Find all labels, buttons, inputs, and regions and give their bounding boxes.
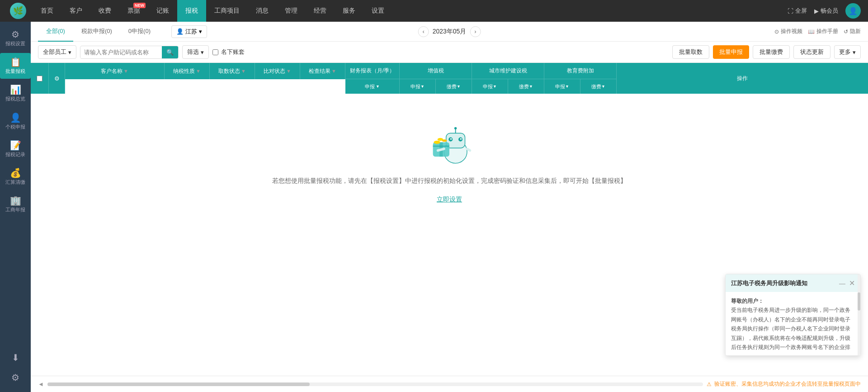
batch-declare-btn[interactable]: 批量申报 — [713, 45, 749, 59]
th-vat-declare: 申报 ▼ — [400, 79, 436, 94]
select-all-checkbox[interactable] — [37, 76, 42, 81]
filter-icon[interactable]: ▼ — [331, 68, 336, 74]
tax-settings-icon: ⚙ — [11, 30, 19, 39]
sidebar-item-settings[interactable]: ⚙ — [0, 368, 31, 387]
sidebar-label-annual-report: 工商年报 — [5, 207, 25, 213]
notif-scrollbar-thumb — [858, 292, 860, 311]
nav-home[interactable]: 首页 — [33, 0, 61, 22]
tab-all[interactable]: 全部(0) — [38, 22, 73, 42]
warning-icon: ⚠ — [707, 381, 712, 387]
setup-link[interactable]: 立即设置 — [437, 196, 462, 204]
notif-minimize-btn[interactable]: — — [839, 280, 845, 287]
employee-select[interactable]: 全部员工 ▾ — [38, 45, 76, 59]
sidebar-item-batch-tax[interactable]: 📋 批量报税 — [0, 53, 31, 79]
nav-business[interactable]: 工商项目 — [206, 0, 248, 22]
settings-icon: ⚙ — [11, 373, 19, 382]
search-button[interactable]: 🔍 — [162, 46, 178, 58]
sidebar-label-settlement: 汇算清缴 — [5, 179, 25, 185]
notif-scrollbar[interactable] — [858, 274, 860, 355]
search-input[interactable] — [80, 47, 162, 58]
nav-manage[interactable]: 管理 — [277, 0, 306, 22]
svg-line-14 — [438, 149, 444, 151]
avatar[interactable]: 👤 — [845, 3, 861, 19]
chevron-down-icon: ▾ — [201, 49, 204, 56]
sidebar-label-tax-record: 报税记录 — [5, 152, 25, 158]
nav-invoice[interactable]: 票据 NEW — [119, 0, 148, 22]
sidebar-label-tax-settings: 报税设置 — [5, 41, 25, 47]
nav-service[interactable]: 服务 — [335, 0, 363, 22]
th-vat: 增值税 — [400, 63, 472, 79]
sidebar: ⚙ 报税设置 📋 批量报税 📊 报税总览 👤 个税申报 📝 报税记录 💰 汇算清… — [0, 22, 31, 392]
empty-message: 若您想使用批量报税功能，请先在【报税设置】中进行报税的初始化设置，完成密码验证和… — [272, 175, 627, 186]
filter-icon[interactable]: ▼ — [241, 68, 246, 74]
video-link[interactable]: ⊙ 操作视频 — [774, 28, 802, 35]
sidebar-item-tax-record[interactable]: 📝 报税记录 — [0, 136, 31, 162]
fullscreen-btn[interactable]: ⛶ 全屏 — [788, 7, 807, 15]
nav-tax[interactable]: 报税 — [177, 0, 206, 22]
action-bar-right: 批量取数 批量申报 批量缴费 状态更新 更多 ▾ — [672, 45, 861, 59]
download-icon: ⬇ — [12, 353, 19, 362]
batch-pay-btn[interactable]: 批量缴费 — [753, 45, 790, 59]
logo: 🌿 — [7, 0, 29, 22]
action-bar: 全部员工 ▾ 🔍 筛选 ▾ 名下账套 批量取数 批量申报 批量缴费 状态更新 — [31, 42, 868, 63]
prev-month-btn[interactable]: ‹ — [418, 26, 429, 37]
tabs-left: 全部(0) 税款申报(0) 0申报(0) 👤 江苏 ▾ — [38, 22, 212, 42]
nav-settings[interactable]: 设置 — [363, 0, 392, 22]
status-update-btn[interactable]: 状态更新 — [793, 45, 830, 59]
horizontal-scrollbar[interactable] — [47, 382, 703, 386]
bottom-bar: ◄ ⚠ 验证账密、采集信息均成功的企业才会流转至批量报税页面中 — [31, 376, 868, 392]
nav-items: 首页 客户 收费 票据 NEW 记账 报税 工商项目 消息 管理 经营 服务 设… — [33, 0, 788, 22]
notif-body: 尊敬的用户： 受当前电子税务局进一步升级的影响，同一个政务网账号（办税人）名下的… — [726, 292, 860, 355]
sidebar-label-personal-tax: 个税申报 — [5, 124, 25, 130]
sidebar-item-tax-overview[interactable]: 📊 报税总览 — [0, 81, 31, 106]
nav-operate[interactable]: 经营 — [306, 0, 335, 22]
scroll-left-arrow[interactable]: ◄ — [38, 381, 44, 387]
nav-message[interactable]: 消息 — [248, 0, 277, 22]
filter-icon[interactable]: ▼ — [286, 68, 291, 74]
personal-tax-icon: 👤 — [10, 113, 21, 122]
batch-fetch-btn[interactable]: 批量取数 — [672, 45, 709, 59]
nav-client[interactable]: 客户 — [61, 0, 90, 22]
sub-account-checkbox[interactable]: 名下账套 — [212, 48, 245, 56]
th-fin-report: 财务报表（月/季） — [345, 63, 399, 79]
sidebar-bottom: ⬇ ⚙ — [0, 349, 31, 392]
th-tax-type: 纳税性质 ▼ — [165, 63, 210, 79]
th-edu-declare: 申报 ▼ — [544, 79, 580, 94]
sidebar-item-annual-report[interactable]: 🏢 工商年报 — [0, 191, 31, 217]
refresh-link[interactable]: ↺ 隐新 — [844, 28, 861, 35]
tab-zero-declare[interactable]: 0申报(0) — [120, 22, 159, 42]
sidebar-item-settlement[interactable]: 💰 汇算清缴 — [0, 164, 31, 190]
nav-bookkeeping[interactable]: 记账 — [148, 0, 177, 22]
sidebar-item-tax-settings[interactable]: ⚙ 报税设置 — [0, 25, 31, 51]
notif-close-btn[interactable]: ✕ — [849, 279, 855, 287]
batch-tax-icon: 📋 — [10, 57, 21, 67]
member-btn[interactable]: ▶ 畅会员 — [814, 7, 838, 15]
filter-icon[interactable]: ▼ — [196, 68, 201, 74]
person-icon: 👤 — [176, 28, 184, 35]
settings-gear-icon[interactable]: ⚙ — [54, 75, 60, 82]
next-month-btn[interactable]: › — [470, 26, 481, 37]
filter-icon[interactable]: ▼ — [123, 68, 128, 74]
svg-point-7 — [454, 127, 457, 129]
manual-link[interactable]: 📖 操作手册 — [808, 28, 838, 35]
notif-greeting: 尊敬的用户： — [731, 296, 855, 306]
svg-point-5 — [460, 138, 462, 140]
th-fetch-state: 取数状态 ▼ — [210, 63, 255, 79]
th-urban-declare: 申报 ▼ — [472, 79, 508, 94]
th-edu: 教育费附加 — [544, 63, 616, 79]
th-compare-state: 比对状态 ▼ — [255, 63, 300, 79]
tab-tax-declare[interactable]: 税款申报(0) — [73, 22, 120, 42]
current-month: 2023年05月 — [433, 28, 467, 36]
th-ops: 操作 — [617, 63, 868, 94]
notification-panel: 江苏电子税务局升级影响通知 — ✕ 尊敬的用户： 受当前电子税务局进一步升级的影… — [725, 274, 861, 356]
nav-fee[interactable]: 收费 — [90, 0, 119, 22]
sidebar-item-personal-tax[interactable]: 👤 个税申报 — [0, 109, 31, 134]
month-nav: ‹ 2023年05月 › — [418, 26, 481, 37]
province-selector[interactable]: 👤 江苏 ▾ — [171, 25, 207, 38]
chevron-down-icon: ▾ — [853, 49, 856, 56]
sidebar-label-tax-overview: 报税总览 — [5, 96, 25, 102]
sidebar-item-download[interactable]: ⬇ — [0, 349, 31, 367]
annual-report-icon: 🏢 — [10, 196, 21, 205]
more-btn[interactable]: 更多 ▾ — [834, 45, 861, 59]
filter-button[interactable]: 筛选 ▾ — [182, 45, 209, 59]
